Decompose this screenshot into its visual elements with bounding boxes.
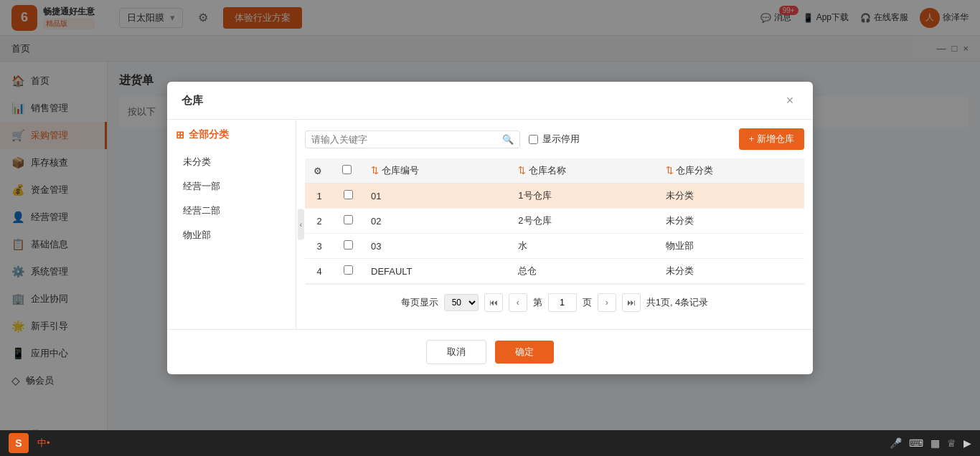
first-page-button[interactable]: ⏮	[484, 293, 503, 312]
taskbar-brand: 中•	[37, 437, 50, 450]
last-page-button[interactable]: ⏭	[622, 293, 641, 312]
col-checkbox	[334, 158, 362, 184]
row-checkbox[interactable]	[344, 265, 353, 275]
cell-checkbox[interactable]	[334, 209, 362, 234]
show-disabled-checkbox[interactable]: 显示停用	[529, 133, 580, 146]
table-row[interactable]: 3 03 水 物业部	[305, 234, 804, 259]
category-header[interactable]: ⊞ 全部分类	[176, 128, 287, 141]
sort-name-icon[interactable]: ⇅	[518, 165, 526, 176]
confirm-button[interactable]: 确定	[495, 341, 554, 364]
cell-name: 2号仓库	[509, 209, 656, 234]
col-code: ⇅ 仓库编号	[362, 158, 509, 184]
cell-name: 总仓	[509, 259, 656, 284]
sort-code-icon[interactable]: ⇅	[371, 165, 379, 176]
col-gear: ⚙	[305, 158, 334, 184]
taskbar-logo: S	[9, 433, 29, 453]
modal-title: 仓库	[182, 94, 203, 108]
taskbar-crown-icon[interactable]: ♕	[947, 437, 956, 449]
modal-header: 仓库 ×	[167, 82, 813, 120]
row-checkbox[interactable]	[344, 240, 353, 250]
search-box: 🔍	[305, 130, 520, 148]
cell-code: 03	[362, 234, 509, 259]
taskbar-icons: 🎤 ⌨ ▦ ♕ ▶	[890, 437, 971, 449]
search-input[interactable]	[311, 134, 502, 145]
cell-category: 未分类	[657, 259, 804, 284]
category-item-uncategorized[interactable]: 未分类	[176, 150, 287, 174]
page-unit: 页	[583, 296, 592, 309]
sort-category-icon[interactable]: ⇅	[666, 165, 674, 176]
row-checkbox[interactable]	[344, 215, 353, 224]
taskbar-grid-icon[interactable]: ▦	[930, 437, 940, 449]
modal-overlay: 仓库 × ⊞ 全部分类 未分类 经营一部 经营二部 物业部 ‹	[0, 0, 980, 456]
total-info: 共1页, 4条记录	[646, 296, 709, 309]
cell-index: 4	[305, 259, 334, 284]
taskbar-keyboard-icon[interactable]: ⌨	[909, 437, 923, 449]
table-body: 1 01 1号仓库 未分类 2 02 2号仓库 未分类 3 03 水 物业部 4…	[305, 184, 804, 284]
cell-checkbox[interactable]	[334, 234, 362, 259]
table-header-row: ⚙ ⇅ 仓库编号 ⇅ 仓库名称	[305, 158, 804, 184]
all-category-label: 全部分类	[189, 128, 229, 141]
table-row[interactable]: 2 02 2号仓库 未分类	[305, 209, 804, 234]
prev-page-button[interactable]: ‹	[509, 293, 527, 312]
table-row[interactable]: 4 DEFAULT 总仓 未分类	[305, 259, 804, 284]
col-category: ⇅ 仓库分类	[657, 158, 804, 184]
pagination-bar: 每页显示 50 ⏮ ‹ 第 页 › ⏭ 共1页, 4条记录	[305, 284, 804, 320]
category-panel: ⊞ 全部分类 未分类 经营一部 经营二部 物业部 ‹	[167, 120, 296, 329]
cell-category: 未分类	[657, 209, 804, 234]
modal-close-button[interactable]: ×	[781, 92, 798, 109]
new-warehouse-button[interactable]: + 新增仓库	[739, 128, 804, 150]
cancel-button[interactable]: 取消	[426, 340, 486, 364]
search-icon[interactable]: 🔍	[502, 134, 514, 145]
cell-code: 01	[362, 184, 509, 209]
cell-checkbox[interactable]	[334, 184, 362, 209]
per-page-label: 每页显示	[401, 296, 438, 309]
cell-category: 物业部	[657, 234, 804, 259]
per-page-select[interactable]: 50	[444, 294, 479, 311]
cell-code: 02	[362, 209, 509, 234]
page-number-input[interactable]	[548, 293, 577, 312]
modal-body: ⊞ 全部分类 未分类 经营一部 经营二部 物业部 ‹ 🔍	[167, 120, 813, 329]
cell-code: DEFAULT	[362, 259, 509, 284]
warehouse-table: ⚙ ⇅ 仓库编号 ⇅ 仓库名称	[305, 158, 804, 284]
table-panel: 🔍 显示停用 + 新增仓库 ⚙	[296, 120, 813, 329]
panel-collapse-button[interactable]: ‹	[298, 209, 304, 240]
table-row[interactable]: 1 01 1号仓库 未分类	[305, 184, 804, 209]
cell-name: 1号仓库	[509, 184, 656, 209]
page-label: 第	[533, 296, 542, 309]
row-checkbox[interactable]	[344, 190, 353, 199]
cell-index: 1	[305, 184, 334, 209]
grid-icon: ⊞	[176, 129, 184, 141]
category-item-property[interactable]: 物业部	[176, 223, 287, 247]
cell-name: 水	[509, 234, 656, 259]
table-container: ⚙ ⇅ 仓库编号 ⇅ 仓库名称	[305, 158, 804, 284]
category-item-ops1[interactable]: 经营一部	[176, 174, 287, 199]
taskbar-play-icon[interactable]: ▶	[963, 437, 971, 449]
taskbar-mic-icon[interactable]: 🎤	[890, 437, 902, 449]
table-toolbar: 🔍 显示停用 + 新增仓库	[305, 128, 804, 150]
select-all-checkbox[interactable]	[342, 165, 352, 174]
cell-checkbox[interactable]	[334, 259, 362, 284]
col-name: ⇅ 仓库名称	[509, 158, 656, 184]
taskbar: S 中• 🎤 ⌨ ▦ ♕ ▶	[0, 430, 980, 456]
modal-footer: 取消 确定	[167, 329, 813, 374]
show-disabled-input[interactable]	[529, 135, 538, 144]
cell-index: 2	[305, 209, 334, 234]
warehouse-modal: 仓库 × ⊞ 全部分类 未分类 经营一部 经营二部 物业部 ‹	[167, 82, 813, 374]
next-page-button[interactable]: ›	[598, 293, 616, 312]
category-item-ops2[interactable]: 经营二部	[176, 199, 287, 223]
cell-index: 3	[305, 234, 334, 259]
cell-category: 未分类	[657, 184, 804, 209]
